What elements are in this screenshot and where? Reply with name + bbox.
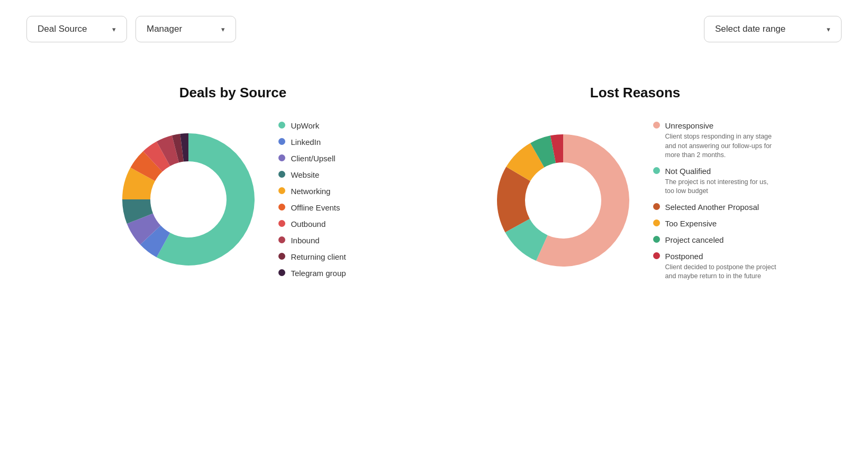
legend-text: UpWork — [291, 120, 319, 131]
legend-text: Offline Events — [291, 202, 340, 213]
deal-source-dropdown[interactable]: Deal Source ▾ — [26, 16, 127, 42]
lost-reasons-section: Lost Reasons UnresponsiveClient stops re… — [442, 85, 828, 281]
lost-reasons-title: Lost Reasons — [590, 85, 681, 101]
date-range-chevron-icon: ▾ — [827, 25, 830, 33]
legend-text: Too Expensive — [665, 218, 717, 229]
legend-color-dot — [653, 252, 660, 259]
legend-color-dot — [278, 236, 285, 243]
legend-label: Client/Upsell — [291, 153, 335, 164]
legend-description: Client stops responding in any stage and… — [665, 132, 776, 160]
legend-color-dot — [278, 269, 285, 276]
legend-label: Networking — [291, 186, 330, 197]
legend-label: Project canceled — [665, 234, 724, 245]
legend-label: Selected Another Proposal — [665, 202, 760, 213]
deal-source-chevron-icon: ▾ — [112, 25, 116, 33]
legend-color-dot — [653, 203, 660, 210]
legend-item: Outbound — [278, 218, 346, 230]
legend-label: Offline Events — [291, 202, 340, 213]
manager-label: Manager — [147, 24, 182, 34]
legend-label: Inbound — [291, 235, 319, 246]
legend-item: Networking — [278, 186, 346, 197]
legend-color-dot — [278, 171, 285, 178]
legend-label: LinkedIn — [291, 136, 321, 148]
legend-label: UpWork — [291, 120, 319, 131]
legend-label: Too Expensive — [665, 218, 717, 229]
filter-dropdowns: Deal Source ▾ Manager ▾ — [26, 16, 236, 42]
legend-description: Client decided to postpone the project a… — [665, 263, 776, 281]
legend-color-dot — [278, 204, 285, 210]
legend-text: Website — [291, 169, 319, 180]
manager-dropdown[interactable]: Manager ▾ — [135, 16, 236, 42]
legend-text: LinkedIn — [291, 136, 321, 148]
legend-description: The project is not interesting for us, t… — [665, 178, 776, 196]
manager-chevron-icon: ▾ — [221, 25, 225, 33]
lost-reasons-donut — [494, 132, 632, 269]
legend-item: PostponedClient decided to postpone the … — [653, 251, 776, 281]
deals-by-source-legend: UpWorkLinkedInClient/UpsellWebsiteNetwor… — [278, 120, 346, 279]
legend-text: Outbound — [291, 218, 326, 230]
legend-item: Website — [278, 169, 346, 180]
legend-color-dot — [278, 154, 285, 161]
legend-label: Website — [291, 169, 319, 180]
legend-text: PostponedClient decided to postpone the … — [665, 251, 776, 281]
legend-label: Postponed — [665, 251, 776, 262]
deals-by-source-content: UpWorkLinkedInClient/UpsellWebsiteNetwor… — [120, 120, 346, 279]
legend-color-dot — [278, 220, 285, 227]
legend-color-dot — [653, 122, 660, 129]
legend-item: Client/Upsell — [278, 153, 346, 164]
date-range-label: Select date range — [715, 24, 785, 34]
legend-item: Project canceled — [653, 234, 776, 245]
legend-color-dot — [278, 253, 285, 260]
legend-item: Offline Events — [278, 202, 346, 213]
legend-text: Client/Upsell — [291, 153, 335, 164]
legend-item: Not QualifiedThe project is not interest… — [653, 166, 776, 196]
legend-text: UnresponsiveClient stops responding in a… — [665, 120, 776, 160]
legend-color-dot — [653, 167, 660, 174]
legend-label: Outbound — [291, 218, 326, 230]
legend-text: Inbound — [291, 235, 319, 246]
deals-by-source-svg — [120, 131, 257, 268]
legend-label: Unresponsive — [665, 120, 776, 131]
deals-by-source-section: Deals by Source UpWorkLinkedInClient/Ups… — [40, 85, 426, 279]
legend-item: Inbound — [278, 235, 346, 246]
legend-item: Selected Another Proposal — [653, 202, 776, 213]
legend-text: Selected Another Proposal — [665, 202, 760, 213]
legend-color-dot — [653, 236, 660, 243]
legend-item: Telegram group — [278, 268, 346, 279]
legend-text: Not QualifiedThe project is not interest… — [665, 166, 776, 196]
legend-color-dot — [278, 187, 285, 194]
page-header: Deal Source ▾ Manager ▾ Select date rang… — [0, 0, 868, 42]
lost-reasons-svg — [494, 132, 632, 269]
legend-text: Project canceled — [665, 234, 724, 245]
legend-color-dot — [278, 138, 285, 145]
deals-by-source-title: Deals by Source — [179, 85, 286, 101]
legend-item: LinkedIn — [278, 136, 346, 148]
charts-area: Deals by Source UpWorkLinkedInClient/Ups… — [0, 58, 868, 281]
deal-source-label: Deal Source — [38, 24, 87, 34]
legend-item: Too Expensive — [653, 218, 776, 229]
legend-color-dot — [653, 219, 660, 226]
legend-label: Returning client — [291, 251, 346, 262]
legend-label: Telegram group — [291, 268, 346, 279]
legend-text: Networking — [291, 186, 330, 197]
legend-color-dot — [278, 122, 285, 129]
legend-item: UpWork — [278, 120, 346, 131]
legend-text: Telegram group — [291, 268, 346, 279]
lost-reasons-content: UnresponsiveClient stops responding in a… — [494, 120, 776, 281]
legend-item: Returning client — [278, 251, 346, 262]
legend-item: UnresponsiveClient stops responding in a… — [653, 120, 776, 160]
deals-by-source-donut — [120, 131, 257, 268]
legend-text: Returning client — [291, 251, 346, 262]
legend-label: Not Qualified — [665, 166, 776, 177]
date-range-dropdown[interactable]: Select date range ▾ — [704, 16, 842, 42]
lost-reasons-legend: UnresponsiveClient stops responding in a… — [653, 120, 776, 281]
